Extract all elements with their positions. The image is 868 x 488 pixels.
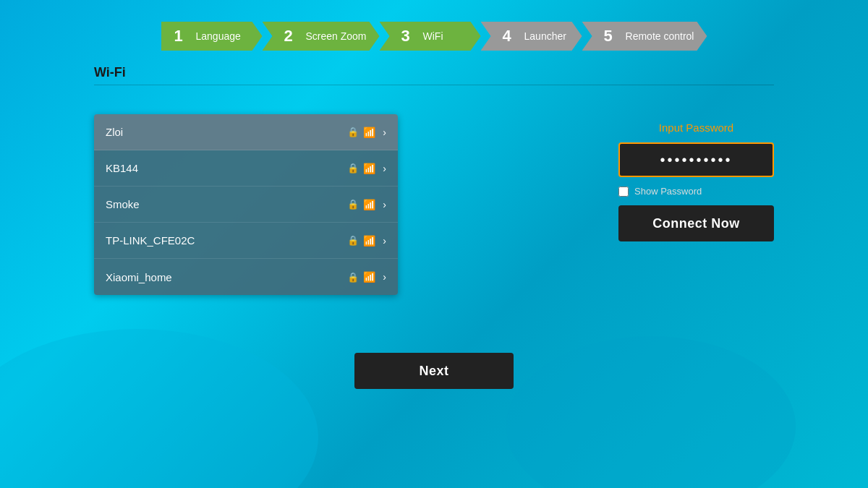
wifi-section-title: Wi-Fi xyxy=(94,65,774,85)
step-2[interactable]: 2 Screen Zoom xyxy=(263,22,380,51)
step-1-label: Language xyxy=(196,30,241,42)
lock-icon-tplink: 🔒 xyxy=(347,235,359,246)
wifi-signal-zloi: 📶 xyxy=(363,127,375,138)
lock-icon-kb144: 🔒 xyxy=(347,163,359,174)
password-input[interactable] xyxy=(618,142,774,177)
wifi-signal-tplink: 📶 xyxy=(363,235,375,247)
section-title-area: Wi-Fi xyxy=(0,65,868,85)
lock-icon-xiaomi: 🔒 xyxy=(347,272,359,283)
step-5-number: 5 xyxy=(604,27,618,46)
page-container: 1 Language 2 Screen Zoom 3 WiFi 4 Launch… xyxy=(0,0,868,488)
step-4-number: 4 xyxy=(503,27,517,46)
connect-now-button[interactable]: Connect Now xyxy=(618,205,774,241)
chevron-icon-kb144: › xyxy=(383,163,386,174)
wifi-name-xiaomi: Xiaomi_home xyxy=(106,271,347,283)
lock-icon-smoke: 🔒 xyxy=(347,199,359,210)
wifi-list: Zloi 🔒 📶 › KB144 🔒 📶 › Smoke 🔒 xyxy=(94,114,398,295)
input-password-label: Input Password xyxy=(659,121,733,134)
lock-icon-zloi: 🔒 xyxy=(347,127,359,137)
main-content: Zloi 🔒 📶 › KB144 🔒 📶 › Smoke 🔒 xyxy=(0,85,868,295)
wifi-icons-tplink: 🔒 📶 › xyxy=(347,235,386,247)
chevron-icon-tplink: › xyxy=(383,235,386,247)
next-button[interactable]: Next xyxy=(354,353,514,389)
wifi-icons-xiaomi: 🔒 📶 › xyxy=(347,271,386,283)
step-3[interactable]: 3 WiFi xyxy=(380,22,481,51)
wifi-icons-kb144: 🔒 📶 › xyxy=(347,163,386,174)
password-panel: Input Password Show Password Connect Now xyxy=(618,114,774,241)
wifi-icons-zloi: 🔒 📶 › xyxy=(347,127,386,138)
wifi-name-zloi: Zloi xyxy=(106,126,347,138)
step-2-label: Screen Zoom xyxy=(306,30,367,42)
show-password-label-text: Show Password xyxy=(634,186,702,197)
wifi-signal-smoke: 📶 xyxy=(363,199,375,210)
wifi-name-tplink: TP-LINK_CFE02C xyxy=(106,234,347,247)
step-5[interactable]: 5 Remote control xyxy=(582,22,707,51)
wifi-signal-kb144: 📶 xyxy=(363,163,375,174)
step-1-number: 1 xyxy=(174,27,189,46)
stepper: 1 Language 2 Screen Zoom 3 WiFi 4 Launch… xyxy=(0,0,868,65)
chevron-icon-zloi: › xyxy=(383,127,386,138)
wifi-signal-xiaomi: 📶 xyxy=(363,271,375,283)
step-3-number: 3 xyxy=(401,27,416,46)
bottom-area: Next xyxy=(0,353,868,389)
step-5-label: Remote control xyxy=(626,30,694,42)
step-1[interactable]: 1 Language xyxy=(161,22,263,51)
wifi-item-zloi[interactable]: Zloi 🔒 📶 › xyxy=(94,114,398,150)
show-password-checkbox[interactable] xyxy=(618,187,629,197)
step-4[interactable]: 4 Launcher xyxy=(481,22,582,51)
step-2-number: 2 xyxy=(284,27,299,46)
chevron-icon-smoke: › xyxy=(383,199,386,210)
wifi-item-tplink[interactable]: TP-LINK_CFE02C 🔒 📶 › xyxy=(94,223,398,259)
step-4-label: Launcher xyxy=(524,30,566,42)
wifi-item-xiaomi[interactable]: Xiaomi_home 🔒 📶 › xyxy=(94,259,398,295)
wifi-name-kb144: KB144 xyxy=(106,162,347,174)
show-password-row: Show Password xyxy=(618,186,774,197)
wifi-item-smoke[interactable]: Smoke 🔒 📶 › xyxy=(94,187,398,223)
wifi-name-smoke: Smoke xyxy=(106,198,347,210)
chevron-icon-xiaomi: › xyxy=(383,271,386,283)
step-3-label: WiFi xyxy=(423,30,443,42)
wifi-item-kb144[interactable]: KB144 🔒 📶 › xyxy=(94,150,398,187)
wifi-icons-smoke: 🔒 📶 › xyxy=(347,199,386,210)
